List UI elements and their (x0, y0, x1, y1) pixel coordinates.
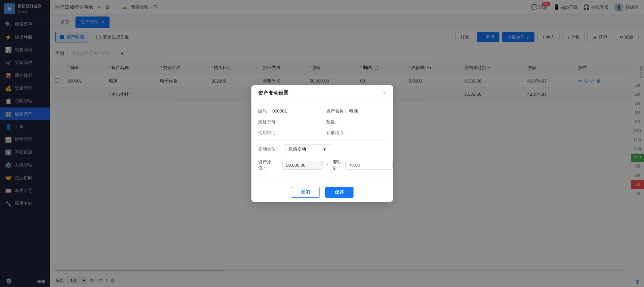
dialog-field-qty: 数量： (326, 119, 386, 125)
dept-label: 使用部门： (258, 130, 280, 135)
required-star: * (327, 163, 329, 168)
change-type-arrow: ▼ (323, 147, 327, 152)
dialog-field-location: 存放地点： (326, 130, 386, 136)
dialog-close-button[interactable]: × (383, 90, 386, 96)
dialog-divider (258, 140, 386, 141)
change-type-label: 变动类型： (258, 146, 280, 152)
modal-overlay: 资产变动设置 × 编码： 000001 资产名称： 电脑 规格型号： (0, 0, 644, 287)
dialog-footer: 取消 保存 (251, 183, 393, 202)
code-value: 000001 (272, 108, 287, 114)
code-label: 编码： (258, 108, 271, 114)
dialog-field-name: 资产名称： 电脑 (326, 108, 386, 114)
dialog-body: 编码： 000001 资产名称： 电脑 规格型号： 数量： (251, 101, 393, 183)
location-label: 存放地点： (326, 130, 348, 135)
spec-label: 规格型号： (258, 119, 280, 124)
after-change-label: 变动后： (333, 159, 341, 171)
dialog-row-spec-qty: 规格型号： 数量： (258, 119, 386, 125)
change-type-select[interactable]: 原值变动 ▼ (284, 144, 331, 154)
asset-value-label: 资产原值： (258, 159, 278, 171)
dialog-value-row: 资产原值： 50,000.00 * 变动后： (258, 159, 386, 171)
name-value: 电脑 (349, 108, 358, 114)
cancel-button[interactable]: 取消 (291, 187, 320, 198)
dialog-row-dept-location: 使用部门： 存放地点： (258, 130, 386, 136)
dialog-row-code-name: 编码： 000001 资产名称： 电脑 (258, 108, 386, 114)
dialog-field-dept: 使用部门： (258, 130, 318, 136)
dialog-change-type-row: 变动类型： 原值变动 ▼ (258, 144, 386, 154)
asset-change-dialog: 资产变动设置 × 编码： 000001 资产名称： 电脑 规格型号： (251, 85, 393, 202)
qty-label: 数量： (326, 119, 339, 124)
dialog-field-code: 编码： 000001 (258, 108, 318, 114)
asset-value-display: 50,000.00 (282, 161, 323, 170)
dialog-field-spec: 规格型号： (258, 119, 318, 125)
after-change-input[interactable] (345, 161, 393, 170)
dialog-title: 资产变动设置 (258, 90, 288, 96)
save-button[interactable]: 保存 (325, 187, 354, 198)
change-type-value: 原值变动 (288, 146, 306, 152)
dialog-header: 资产变动设置 × (251, 85, 393, 101)
name-label: 资产名称： (326, 108, 348, 114)
